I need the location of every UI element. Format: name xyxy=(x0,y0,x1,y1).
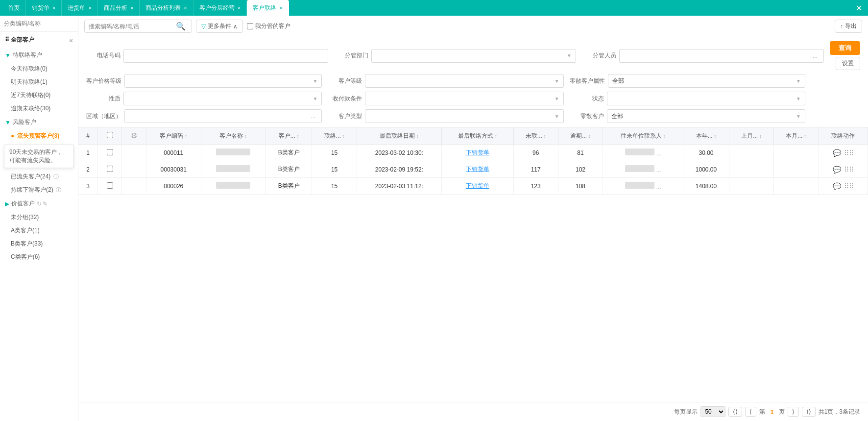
tab-home[interactable]: 首页 xyxy=(2,0,26,16)
sidebar-search-input[interactable] xyxy=(4,20,77,27)
th-last-contact-method[interactable]: 最后联络方式 xyxy=(441,127,513,145)
setting-button[interactable]: 设置 xyxy=(836,57,860,70)
page-size-select[interactable]: 50 20 100 xyxy=(700,406,725,417)
action-more-icon[interactable]: ⠿⠿ xyxy=(844,182,854,190)
search-button[interactable]: 🔍 xyxy=(174,22,188,31)
page-last-btn[interactable]: ⟩⟩ xyxy=(802,407,816,417)
filter-select-scattered[interactable]: 全部 ▼ xyxy=(608,74,805,88)
contact-method-link[interactable]: 下销货单 xyxy=(466,182,489,189)
query-button[interactable]: 查询 xyxy=(830,41,860,55)
sidebar-item-a-class[interactable]: A类客户(1) xyxy=(0,224,78,237)
action-more-icon[interactable]: ⠿⠿ xyxy=(844,166,854,173)
th-code[interactable]: 客户编码 xyxy=(146,127,201,145)
tab-analysis-list[interactable]: 商品分析列表 × xyxy=(140,0,193,16)
tab-analysis[interactable]: 商品分析 × xyxy=(98,0,140,16)
tab-customer-contact[interactable]: 客户联络 × xyxy=(247,0,289,16)
th-overdue[interactable]: 逾期... xyxy=(558,127,603,145)
tab-purchase[interactable]: 进货单 × xyxy=(62,0,97,16)
sidebar-group-risk[interactable]: ▼ 风险客户 xyxy=(0,115,78,129)
filter-input-phone[interactable] xyxy=(123,49,328,63)
filter-select-payment[interactable]: ▼ xyxy=(365,92,563,105)
cell-index: 1 xyxy=(78,145,98,161)
filter-field-scattered: 零散客户属性 全部 ▼ xyxy=(570,74,805,88)
cell-this-month xyxy=(774,161,819,178)
filter-field-price-tier: 客户价格等级 ▼ xyxy=(86,74,322,88)
tab-sales[interactable]: 销货单 × xyxy=(26,0,62,16)
filter-select-nature[interactable]: ▼ xyxy=(123,92,322,105)
action-more-icon[interactable]: ⠿⠿ xyxy=(844,149,854,157)
sidebar-item-churn-risk[interactable]: ● 流失预警客户(3) xyxy=(0,129,78,143)
row-checkbox-1[interactable] xyxy=(107,166,113,172)
page-first-btn[interactable]: ⟨⟨ xyxy=(728,407,742,417)
filter-label-customer-type: 客户类型 xyxy=(328,112,362,121)
cell-last-contact-method[interactable]: 下销货单 xyxy=(441,178,513,195)
th-uncontacted[interactable]: 未联... xyxy=(513,127,558,145)
filter-select-zero-customer[interactable]: 全部 ▼ xyxy=(607,109,805,123)
sidebar-item-ungroup[interactable]: 未分组(32) xyxy=(0,211,78,224)
th-last-contact-date[interactable]: 最后联络日期 xyxy=(357,127,441,145)
my-customers-checkbox-wrap[interactable]: 我分管的客户 xyxy=(247,22,290,30)
row-checkbox-0[interactable] xyxy=(107,149,113,155)
edit-icon[interactable]: ✎ xyxy=(43,200,48,207)
th-name[interactable]: 客户名称 xyxy=(201,127,265,145)
sidebar-collapse-btn[interactable]: « xyxy=(69,36,73,44)
sidebar-item-today[interactable]: 今天待联络(0) xyxy=(0,62,78,75)
filter-row-1: 电话号码 分管部门 ▼ 分管人员 ... xyxy=(86,41,860,70)
filter-more-btn[interactable]: ▽ 更多条件 ∧ xyxy=(196,20,243,33)
sidebar-group-value[interactable]: ▶ 价值客户 ↻ ✎ xyxy=(0,197,78,211)
filter-select-price-tier[interactable]: ▼ xyxy=(124,74,322,88)
cell-overdue: 108 xyxy=(558,178,603,195)
tab-close-sales[interactable]: × xyxy=(52,5,55,11)
action-chat-icon[interactable]: 💬 xyxy=(833,149,841,157)
filter-select-status[interactable]: ▼ xyxy=(607,92,805,105)
my-customers-checkbox[interactable] xyxy=(247,23,253,29)
th-last-month[interactable]: 上月... xyxy=(729,127,773,145)
filter-dots-person[interactable]: ... xyxy=(811,52,820,59)
th-settings[interactable]: ⚙ xyxy=(122,127,146,145)
sidebar-item-7days[interactable]: 近7天待联络(0) xyxy=(0,89,78,102)
th-this-month[interactable]: 本月... xyxy=(774,127,819,145)
filter-select-customer-type[interactable]: ▼ xyxy=(365,109,563,123)
sidebar-item-overdue[interactable]: 逾期未联络(30) xyxy=(0,102,78,115)
export-button[interactable]: ↑ 导出 xyxy=(835,20,862,33)
filter-select-customer-tier[interactable]: ▼ xyxy=(365,74,563,88)
settings-icon[interactable]: ⚙ xyxy=(131,131,137,140)
th-this-year[interactable]: 本年... xyxy=(683,127,729,145)
sidebar-item-b-class[interactable]: B类客户(33) xyxy=(0,237,78,250)
tab-close-purchase[interactable]: × xyxy=(88,5,91,11)
data-table: # ⚙ 客户编码 客户名称 客户... 联络... 最后联络日期 最后联络方式 … xyxy=(78,127,868,195)
filter-panel: 电话号码 分管部门 ▼ 分管人员 ... xyxy=(78,37,868,127)
tab-close-customer-contact[interactable]: × xyxy=(279,5,282,11)
search-input[interactable] xyxy=(89,23,174,30)
cell-contact: 15 xyxy=(312,145,357,161)
th-unit-contacts[interactable]: 往来单位联系人 xyxy=(603,127,683,145)
sidebar-item-downgrade[interactable]: 持续下滑客户(2) ⓘ xyxy=(0,183,78,197)
refresh-icon[interactable]: ↻ xyxy=(37,200,42,207)
action-chat-icon[interactable]: 💬 xyxy=(833,166,841,173)
contact-method-link[interactable]: 下销货单 xyxy=(466,149,489,156)
filter-select-dept[interactable]: ▼ xyxy=(371,49,576,63)
arrow-right-icon: ▶ xyxy=(5,200,9,207)
tab-close-analysis-list[interactable]: × xyxy=(184,5,187,11)
contact-method-link[interactable]: 下销货单 xyxy=(466,166,489,173)
filter-dots-region[interactable]: ... xyxy=(309,113,317,120)
sidebar-item-churned[interactable]: 已流失客户(24) ⓘ xyxy=(0,170,78,183)
cell-last-contact-method[interactable]: 下销货单 xyxy=(441,161,513,178)
th-actions: 联络动作 xyxy=(819,127,868,145)
row-checkbox-2[interactable] xyxy=(107,182,113,189)
sidebar-group-pending[interactable]: ▼ 待联络客户 xyxy=(0,48,78,62)
th-contact[interactable]: 联络... xyxy=(312,127,357,145)
sidebar-item-c-class[interactable]: C类客户(6) xyxy=(0,250,78,264)
tab-customer-tier[interactable]: 客户分层经营 × xyxy=(193,0,247,16)
page-prev-btn[interactable]: ⟨ xyxy=(745,407,756,417)
th-type[interactable]: 客户... xyxy=(265,127,312,145)
page-next-btn[interactable]: ⟩ xyxy=(788,407,799,417)
filter-field-person: 分管人员 ... xyxy=(582,49,824,63)
sidebar-item-tomorrow[interactable]: 明天待联络(1) xyxy=(0,75,78,89)
action-chat-icon[interactable]: 💬 xyxy=(833,182,841,190)
window-close-icon[interactable]: ✕ xyxy=(852,3,866,13)
select-all-checkbox[interactable] xyxy=(107,132,113,138)
cell-last-contact-method[interactable]: 下销货单 xyxy=(441,145,513,161)
tab-close-analysis[interactable]: × xyxy=(130,5,133,11)
tab-close-customer-tier[interactable]: × xyxy=(238,5,241,11)
